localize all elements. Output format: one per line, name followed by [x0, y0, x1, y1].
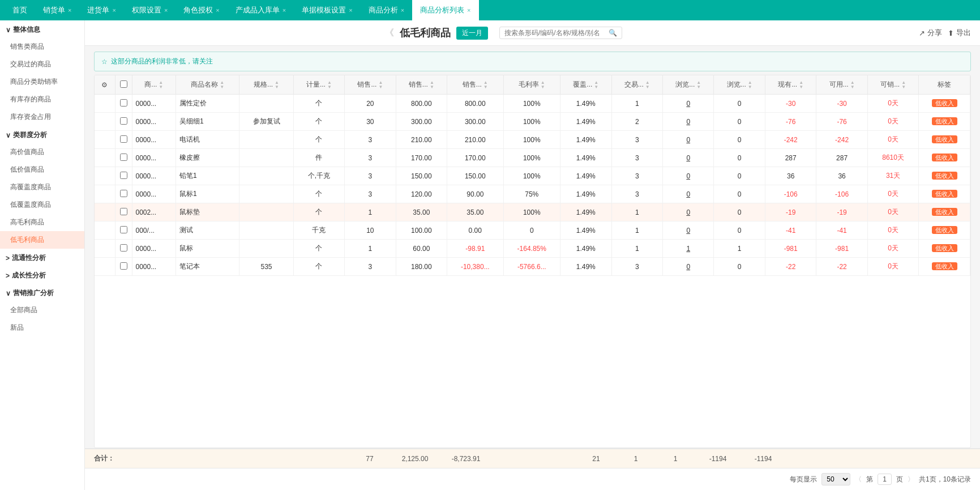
sidebar-item-in-stock[interactable]: 有库存的商品 — [0, 91, 84, 108]
col-sales-price[interactable]: 销售...▲▼ — [396, 75, 447, 95]
sidebar-group-marketing-title[interactable]: ∨ 营销推广分析 — [0, 284, 84, 301]
sidebar-item-traded-goods[interactable]: 交易过的商品 — [0, 56, 84, 73]
col-sales-profit[interactable]: 销售...▲▼ — [447, 75, 503, 95]
row-checkbox[interactable] — [120, 244, 127, 252]
row-name: 电话机 — [176, 131, 239, 149]
row-browse2: 0 — [714, 113, 765, 131]
col-coverage[interactable]: 覆盖...▲▼ — [560, 75, 611, 95]
nav-product-entry[interactable]: 产成品入库单 × — [228, 0, 294, 20]
row-checkbox[interactable] — [120, 226, 127, 233]
row-checkbox[interactable] — [120, 208, 127, 215]
table-row: 000/... 测试 千克 10 100.00 0.00 0 1.49% 1 0… — [95, 221, 970, 240]
nav-home[interactable]: 首页 — [5, 0, 35, 20]
sidebar-item-low-margin[interactable]: 低毛利商品 — [0, 231, 84, 249]
sidebar-item-new-goods[interactable]: 新品 — [0, 319, 84, 336]
sidebar-group-overall-title[interactable]: ∨ 整体信息 — [0, 20, 84, 38]
page-size-select[interactable]: 50 10 20 100 — [821, 473, 850, 485]
sidebar-item-all-goods[interactable]: 全部商品 — [0, 301, 84, 319]
close-role-auth-icon[interactable]: × — [216, 7, 219, 14]
row-sales-profit: 210.00 — [447, 131, 503, 149]
sidebar-group-growth-title[interactable]: > 成长性分析 — [0, 266, 84, 284]
row-checkbox[interactable] — [120, 262, 127, 270]
settings-icon[interactable]: ⚙ — [101, 81, 108, 89]
select-all-checkbox[interactable] — [120, 80, 127, 88]
col-sales-qty[interactable]: 销售...▲▼ — [345, 75, 396, 95]
nav-role-auth[interactable]: 角色授权 × — [176, 0, 227, 20]
row-sales-price: 35.00 — [396, 203, 447, 221]
sidebar-item-low-coverage[interactable]: 低覆盖度商品 — [0, 196, 84, 214]
search-icon[interactable]: 🔍 — [609, 29, 617, 37]
sidebar-item-high-coverage[interactable]: 高覆盖度商品 — [0, 178, 84, 196]
next-page-button[interactable]: 〉 — [908, 475, 914, 484]
row-browse1[interactable]: 0 — [662, 95, 713, 113]
warning-icon: ☆ — [101, 58, 108, 66]
arrow-right-icon: > — [6, 254, 10, 262]
row-browse1[interactable]: 0 — [662, 149, 713, 167]
close-purchase-order-icon[interactable]: × — [112, 7, 115, 14]
col-browse2[interactable]: 浏览...▲▼ — [714, 75, 765, 95]
footer-trade: 21 — [576, 455, 616, 463]
share-button[interactable]: ↗ 分享 — [919, 28, 942, 38]
sidebar-group-overall: ∨ 整体信息 销售类商品 交易过的商品 商品分类助销率 有库存的商品 库存资金占… — [0, 20, 84, 126]
row-checkbox[interactable] — [120, 117, 127, 125]
col-current-stock[interactable]: 现有...▲▼ — [765, 75, 816, 95]
col-settings[interactable]: ⚙ — [95, 75, 115, 95]
row-current-stock: -41 — [765, 221, 816, 240]
row-browse1[interactable]: 1 — [662, 240, 713, 258]
col-code[interactable]: 商...▲▼ — [132, 75, 176, 95]
close-template-settings-icon[interactable]: × — [349, 7, 352, 14]
row-browse1[interactable]: 0 — [662, 203, 713, 221]
row-browse1[interactable]: 0 — [662, 131, 713, 149]
export-button[interactable]: ⬆ 导出 — [948, 28, 971, 38]
col-gross-rate[interactable]: 毛利率▲▼ — [503, 75, 560, 95]
nav-sales-order[interactable]: 销货单 × — [35, 0, 79, 20]
close-permission-icon[interactable]: × — [164, 7, 168, 14]
row-sales-qty: 3 — [345, 258, 396, 276]
sidebar-item-low-value[interactable]: 低价值商品 — [0, 161, 84, 178]
nav-purchase-order[interactable]: 进货单 × — [79, 0, 123, 20]
row-checkbox[interactable] — [120, 172, 127, 179]
date-filter-button[interactable]: 近一月 — [456, 27, 488, 40]
row-browse1[interactable]: 0 — [662, 258, 713, 276]
close-product-entry-icon[interactable]: × — [283, 7, 286, 14]
sidebar-item-stock-funds[interactable]: 库存资金占用 — [0, 108, 84, 126]
row-spec — [239, 240, 293, 258]
row-checkbox[interactable] — [120, 135, 127, 143]
col-spec[interactable]: 规格...▲▼ — [239, 75, 293, 95]
row-sales-qty: 3 — [345, 131, 396, 149]
footer-sales-price: 2,125.00 — [390, 455, 440, 463]
row-checkbox[interactable] — [120, 99, 127, 106]
col-name[interactable]: 商品名称▲▼ — [176, 75, 239, 95]
row-saleable: 31天 — [867, 167, 918, 185]
search-input[interactable] — [504, 29, 606, 37]
row-browse1[interactable]: 0 — [662, 167, 713, 185]
row-browse1[interactable]: 0 — [662, 185, 713, 203]
row-browse1[interactable]: 0 — [662, 113, 713, 131]
sidebar-collapse-button[interactable]: 《 — [385, 27, 394, 39]
nav-goods-analysis[interactable]: 商品分析 × — [361, 0, 412, 20]
close-goods-analysis-list-icon[interactable]: × — [467, 7, 470, 14]
col-trade[interactable]: 交易...▲▼ — [611, 75, 662, 95]
sidebar-item-sales-goods[interactable]: 销售类商品 — [0, 38, 84, 56]
row-checkbox[interactable] — [120, 190, 127, 197]
nav-template-settings[interactable]: 单据模板设置 × — [294, 0, 360, 20]
nav-goods-analysis-list[interactable]: 商品分析列表 × — [412, 0, 478, 20]
sidebar-item-high-margin[interactable]: 高毛利商品 — [0, 214, 84, 231]
row-browse1[interactable]: 0 — [662, 221, 713, 240]
row-checkbox[interactable] — [120, 154, 127, 161]
col-saleable[interactable]: 可销...▲▼ — [867, 75, 918, 95]
table-row: 0000... 橡皮擦 件 3 170.00 170.00 100% 1.49%… — [95, 149, 970, 167]
sidebar-item-category-rate[interactable]: 商品分类助销率 — [0, 73, 84, 91]
sidebar-group-cluster-title[interactable]: ∨ 类群度分析 — [0, 126, 84, 143]
sidebar-item-high-value[interactable]: 高价值商品 — [0, 143, 84, 161]
col-unit[interactable]: 计量...▲▼ — [293, 75, 344, 95]
nav-permission-settings[interactable]: 权限设置 × — [124, 0, 176, 20]
col-available[interactable]: 可用...▲▼ — [816, 75, 867, 95]
arrow-down-icon: ∨ — [6, 26, 11, 34]
prev-page-button[interactable]: 〈 — [855, 475, 862, 484]
col-browse1[interactable]: 浏览...▲▼ — [662, 75, 713, 95]
close-sales-order-icon[interactable]: × — [68, 7, 71, 14]
sidebar-group-liquidity-title[interactable]: > 流通性分析 — [0, 249, 84, 266]
row-coverage: 1.49% — [560, 131, 611, 149]
close-goods-analysis-icon[interactable]: × — [401, 7, 404, 14]
